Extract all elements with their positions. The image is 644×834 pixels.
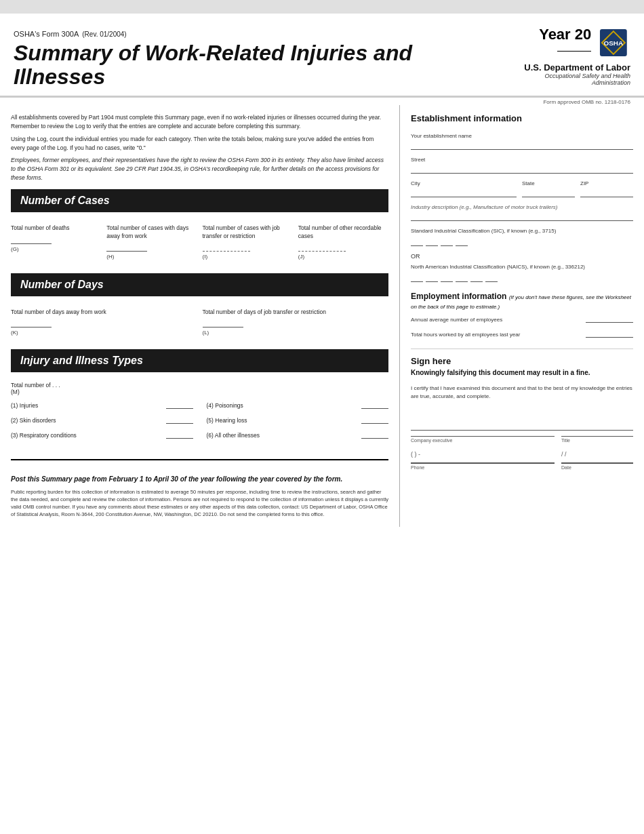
case-field-g[interactable] — [11, 243, 52, 244]
sign-divider — [411, 349, 633, 349]
sign-warning: Knowingly falsifying this document may r… — [411, 369, 633, 376]
day-label-k: Total number of days away from work — [11, 309, 192, 317]
illness-col-left: (1) Injuries (2) Skin disorders — [11, 401, 193, 445]
title-field: Title — [561, 436, 633, 443]
case-label-g: Total number of deaths — [11, 224, 96, 233]
sic-box-1[interactable] — [411, 237, 423, 246]
case-label-j: Total number of other recordable cases — [298, 224, 383, 241]
employment-title: Employment information (If you don't hav… — [411, 292, 633, 311]
illness-num-5: (5) — [207, 417, 214, 424]
sic-box-2[interactable] — [426, 237, 438, 246]
intro-p3: Employees, former employees, and their r… — [11, 157, 384, 181]
day-field-l[interactable] — [203, 327, 243, 327]
case-col-i: Total number of cases with job transfer … — [197, 224, 293, 261]
estab-name-group: Your establishment name — [411, 133, 633, 150]
estab-street-group: Street — [411, 157, 633, 174]
cases-grid: Total number of deaths (G) Total number … — [11, 219, 388, 266]
naics-box-4[interactable] — [456, 273, 468, 282]
case-field-h[interactable] — [106, 251, 147, 252]
sic-label: Standard Industrial Classification (SIC)… — [411, 228, 633, 234]
naics-box-5[interactable] — [470, 273, 483, 282]
header: OSHA's Form 300A (Rev. 01/2004) Summary … — [0, 14, 644, 98]
industry-label: Industry description (e.g., Manufacture … — [411, 204, 633, 210]
estab-name-label: Your establishment name — [411, 133, 633, 139]
exec-field: Company executive — [411, 436, 555, 443]
estab-street-field[interactable] — [411, 164, 633, 174]
illness-section: Total number of . . . (M) (1) Injuries — [11, 379, 388, 448]
zip-label: ZIP — [580, 180, 633, 186]
naics-box-2[interactable] — [426, 273, 438, 282]
footer-text: Public reporting burden for this collect… — [11, 488, 388, 519]
illness-num-6: (6) — [207, 432, 214, 439]
illness-item-6: (6) All other illnesses — [207, 431, 389, 439]
right-section: Establishment information Your establish… — [400, 105, 644, 526]
left-section: All establishments covered by Part 1904 … — [0, 105, 400, 526]
day-code-l: (L) — [203, 329, 384, 336]
sic-box-4[interactable] — [456, 237, 468, 246]
naics-group: North American Industrial Classification… — [411, 264, 633, 282]
footer-note: Post this Summary page from February 1 t… — [11, 475, 388, 483]
osha-logo-icon: OSHA — [597, 26, 630, 60]
omb-text: Form approved OMB no. 1218-0176 — [0, 98, 644, 105]
illness-item-5: (5) Hearing loss — [207, 416, 389, 424]
illness-item-2: (2) Skin disorders — [11, 416, 193, 424]
illness-field-5[interactable] — [361, 416, 388, 424]
case-field-j[interactable] — [298, 251, 346, 252]
date-label: Date — [561, 463, 633, 470]
form-name: OSHA's Form 300A (Rev. 01/2004) — [14, 26, 506, 40]
illness-label-1: Injuries — [20, 402, 38, 409]
naics-box-6[interactable] — [485, 273, 498, 282]
illness-field-1[interactable] — [166, 401, 193, 409]
signature-field[interactable] — [411, 414, 633, 431]
estab-name-field[interactable] — [411, 140, 633, 150]
case-label-i: Total number of cases with job transfer … — [203, 224, 287, 241]
city-field-input[interactable] — [411, 188, 517, 197]
naics-boxes — [411, 273, 633, 282]
days-header: Number of Days — [11, 273, 388, 296]
illness-header: Injury and Illness Types — [11, 349, 388, 372]
illness-item-3: (3) Respiratory conditions — [11, 431, 193, 439]
illness-item-4: (4) Poisonings — [207, 401, 389, 409]
page: OSHA's Form 300A (Rev. 01/2004) Summary … — [0, 14, 644, 834]
title-label: Title — [561, 436, 633, 443]
illness-field-6[interactable] — [361, 431, 388, 439]
sic-box-3[interactable] — [441, 237, 453, 246]
total-hours-label: Total hours worked by all employees last… — [411, 332, 586, 338]
day-code-k: (K) — [11, 329, 192, 336]
zip-field-input[interactable] — [580, 188, 633, 197]
estab-title: Establishment information — [411, 113, 633, 123]
case-code-g: (G) — [11, 245, 96, 253]
state-field-input[interactable] — [522, 188, 575, 197]
illness-grid: (1) Injuries (2) Skin disorders — [11, 401, 388, 445]
phone-label: Phone — [411, 463, 555, 470]
header-right: Year 20 OSHA U.S. Department of Labor Oc… — [506, 26, 630, 86]
naics-box-1[interactable] — [411, 273, 423, 282]
illness-field-4[interactable] — [361, 401, 388, 409]
sign-certify: I certify that I have examined this docu… — [411, 384, 633, 401]
annual-emp-label: Annual average number of employees — [411, 317, 586, 323]
case-col-h: Total number of cases with days away fro… — [101, 224, 197, 261]
day-field-k[interactable] — [11, 327, 52, 327]
phone-value[interactable]: ( ) - — [411, 451, 555, 463]
illness-total-field: (M) — [11, 389, 20, 395]
industry-field[interactable] — [411, 212, 633, 221]
form-rev: (Rev. 01/2004) — [82, 31, 126, 38]
state-label: State — [522, 180, 575, 186]
naics-box-3[interactable] — [441, 273, 453, 282]
case-col-g: Total number of deaths (G) — [11, 224, 101, 261]
illness-total-label: Total number of . . . — [11, 382, 60, 389]
case-code-j: (J) — [298, 253, 383, 260]
total-hours-field[interactable] — [586, 328, 633, 338]
date-field: / / Date — [561, 451, 633, 470]
illness-field-3[interactable] — [166, 431, 193, 439]
illness-field-2[interactable] — [166, 416, 193, 424]
sign-section: Sign here Knowingly falsifying this docu… — [411, 349, 633, 470]
illness-label-4: Poisonings — [215, 402, 243, 409]
case-code-i: (I) — [203, 253, 287, 260]
date-value[interactable]: / / — [561, 451, 633, 463]
exec-title-row: Company executive Title — [411, 436, 633, 443]
intro-p2: Using the Log, count the individual entr… — [11, 135, 388, 153]
case-field-i[interactable] — [203, 251, 250, 252]
annual-emp-field[interactable] — [586, 313, 633, 323]
exec-label: Company executive — [411, 436, 555, 443]
